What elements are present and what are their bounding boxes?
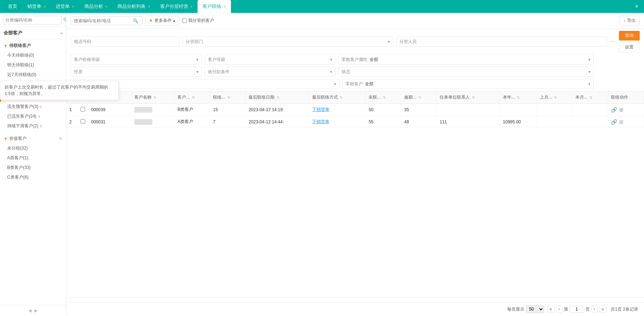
nav-customer-contact-close[interactable]: × xyxy=(223,0,226,13)
price-grade-dropdown: ▼ xyxy=(196,58,199,62)
nav-product-analysis-close[interactable]: × xyxy=(105,0,107,13)
row2-contacts: 111 xyxy=(437,116,500,128)
sort-name-icon[interactable]: ⇅ xyxy=(153,95,156,99)
sidebar-all-customers-label: 全部客户 xyxy=(4,30,22,36)
row1-checkbox[interactable] xyxy=(77,104,88,116)
row2-last-way[interactable]: 下销货单 xyxy=(309,116,366,128)
row1-check[interactable] xyxy=(80,107,85,112)
sidebar-item-lost[interactable]: 已流失客户(24) ℹ xyxy=(0,112,66,121)
page-number-input[interactable] xyxy=(570,306,584,313)
row2-checkbox[interactable] xyxy=(77,116,88,128)
row1-last-way[interactable]: 下销货单 xyxy=(309,104,366,116)
sidebar-group-value-title[interactable]: ▼ 价值客户 ✎ xyxy=(0,134,66,143)
row2-check[interactable] xyxy=(80,119,85,124)
row2-type: A类客户 xyxy=(175,116,210,128)
sort-last-way-icon[interactable]: ⇅ xyxy=(340,95,343,99)
search-icon[interactable]: 🔍 xyxy=(133,18,138,23)
nav-home[interactable]: 首页 xyxy=(3,0,22,13)
sort-type-icon[interactable]: ⇅ xyxy=(192,95,195,99)
sidebar-collapse-icon[interactable]: « xyxy=(60,31,62,35)
settings-button[interactable]: 设置 xyxy=(619,42,640,52)
sidebar-prev-icon[interactable]: ◀ xyxy=(28,308,32,313)
arrow-value-icon: ▼ xyxy=(4,136,8,141)
sidebar-item-class-a[interactable]: A类客户(1) xyxy=(0,153,66,163)
sort-overdue-icon[interactable]: ⇅ xyxy=(418,95,421,99)
sidebar-search-input[interactable] xyxy=(3,16,62,24)
table-row: 2 000031 A类客户 7 2023-04-12 14:44: 下销货单 5… xyxy=(66,116,644,128)
sidebar-item-class-c[interactable]: C类客户(6) xyxy=(0,173,66,182)
prev-page-btn[interactable]: ‹ xyxy=(556,306,562,313)
sort-unlink-icon[interactable]: ⇅ xyxy=(383,95,386,99)
sort-contact-count-icon[interactable]: ⇅ xyxy=(227,95,230,99)
field-scatter-attr[interactable]: 零散客户属性 全部 ▼ xyxy=(338,55,594,65)
sidebar-item-declining[interactable]: 持续下滑客户(2) ℹ xyxy=(0,121,66,131)
export-button[interactable]: ↑ 导出 xyxy=(620,16,640,25)
more-conditions-btn[interactable]: ▼ 更多条件 ▲ xyxy=(145,16,179,25)
last-page-btn[interactable]: » xyxy=(599,306,607,313)
masked-name-2 xyxy=(134,119,152,125)
sidebar-group-pending-title[interactable]: ▼ 待联络客户 xyxy=(0,41,66,51)
nav-purchase[interactable]: 进货单 × xyxy=(51,0,79,13)
field-manager[interactable]: 分管人员 xyxy=(396,37,607,47)
search-input[interactable] xyxy=(74,18,131,23)
field-customer-type[interactable]: 客户类型 ▼ xyxy=(88,79,339,89)
query-button[interactable]: 查询 xyxy=(619,31,640,41)
row1-this-year xyxy=(500,104,537,116)
nav-customer-segment[interactable]: 客户分层经营 × xyxy=(155,0,198,13)
field-payment[interactable]: 收付款条件 ▼ xyxy=(205,67,336,77)
filter-bar: 🔍 ▼ 更多条件 ▲ 我分管的客户 ↑ 导出 xyxy=(66,13,644,29)
edit-icon[interactable]: ✎ xyxy=(59,136,62,141)
field-price-grade[interactable]: 客户价格等级 ▼ xyxy=(71,55,202,65)
sort-last-date-icon[interactable]: ⇅ xyxy=(277,95,279,99)
customer-type-dropdown: ▼ xyxy=(333,82,337,86)
field-gender[interactable]: 性质 ▼ xyxy=(71,67,202,77)
horizontal-scrollbar[interactable] xyxy=(66,297,644,302)
field-customer-grade[interactable]: 客户等级 ▼ xyxy=(205,55,336,65)
nav-sales[interactable]: 销货单 × xyxy=(22,0,51,13)
col-last-month: 上月... ⇅ xyxy=(537,91,573,104)
first-page-btn[interactable]: « xyxy=(547,306,555,313)
close-all-tabs[interactable]: × xyxy=(632,3,641,10)
sidebar-item-today[interactable]: 今天待联络(0) xyxy=(0,51,66,60)
row2-last-way-link[interactable]: 下销货单 xyxy=(312,119,329,124)
row1-last-way-link[interactable]: 下销货单 xyxy=(312,107,329,112)
sort-contacts-icon[interactable]: ⇅ xyxy=(472,95,475,99)
sort-this-month-icon[interactable]: ⇅ xyxy=(589,95,592,99)
per-page-select[interactable]: 20 50 100 xyxy=(526,305,544,313)
nav-product-list[interactable]: 商品分析列表 × xyxy=(112,0,155,13)
my-customer-checkbox[interactable]: 我分管的客户 xyxy=(182,18,214,24)
table-area: ⚙ 客户编码 ⇅ 客户名称 ⇅ 客户... ⇅ xyxy=(66,91,644,297)
row1-grid-icon[interactable]: ⊞ xyxy=(619,107,624,113)
my-customer-check[interactable] xyxy=(182,18,187,23)
sidebar-item-ungroup[interactable]: 未分组(32) xyxy=(0,143,66,153)
sidebar-search-area: 🔍 xyxy=(0,13,66,27)
field-phone[interactable]: 电话号码 xyxy=(71,37,180,47)
nav-customer-segment-close[interactable]: × xyxy=(190,0,193,13)
sidebar-item-tomorrow[interactable]: 明天待联络(1) xyxy=(0,60,66,70)
adv-btn-group: 查询 设置 xyxy=(619,31,640,52)
nav-sales-close[interactable]: × xyxy=(43,0,46,13)
nav-customer-contact[interactable]: 客户联络 × xyxy=(198,0,231,13)
sidebar-search-icon[interactable]: 🔍 xyxy=(63,18,66,23)
col-this-year: 本年... ⇅ xyxy=(500,91,537,104)
sort-this-year-icon[interactable]: ⇅ xyxy=(517,95,520,99)
sort-last-month-icon[interactable]: ⇅ xyxy=(554,95,557,99)
field-more-dots[interactable]: ··· xyxy=(611,38,615,45)
sidebar-item-7days[interactable]: 近7天待联络(0) xyxy=(0,70,66,80)
sidebar-item-class-b[interactable]: B类客户(33) xyxy=(0,163,66,173)
row1-link-icon[interactable]: 🔗 xyxy=(611,107,617,113)
nav-purchase-close[interactable]: × xyxy=(72,0,74,13)
nav-product-list-close[interactable]: × xyxy=(148,0,150,13)
next-page-btn[interactable]: › xyxy=(591,306,598,313)
nav-product-analysis[interactable]: 商品分析 × xyxy=(79,0,112,13)
sidebar-next-icon[interactable]: ▶ xyxy=(34,308,38,313)
row2-code: 000031 xyxy=(88,116,131,128)
row2-link-icon[interactable]: 🔗 xyxy=(611,119,617,125)
field-scatter-customer[interactable]: 零散客户 全部 ▼ xyxy=(342,79,594,89)
col-name: 客户名称 ⇅ xyxy=(131,91,174,104)
field-dept[interactable]: 分管部门 ▼ xyxy=(182,37,393,47)
field-status[interactable]: 状态 ▼ xyxy=(338,67,594,77)
row2-grid-icon[interactable]: ⊞ xyxy=(619,119,624,125)
advanced-filter: 电话号码 分管部门 ▼ 分管人员 ··· 查询 设置 客户价格等级 xyxy=(66,29,644,91)
sidebar-item-loss-warning[interactable]: 流失预警客户(3) ℹ xyxy=(0,102,66,112)
